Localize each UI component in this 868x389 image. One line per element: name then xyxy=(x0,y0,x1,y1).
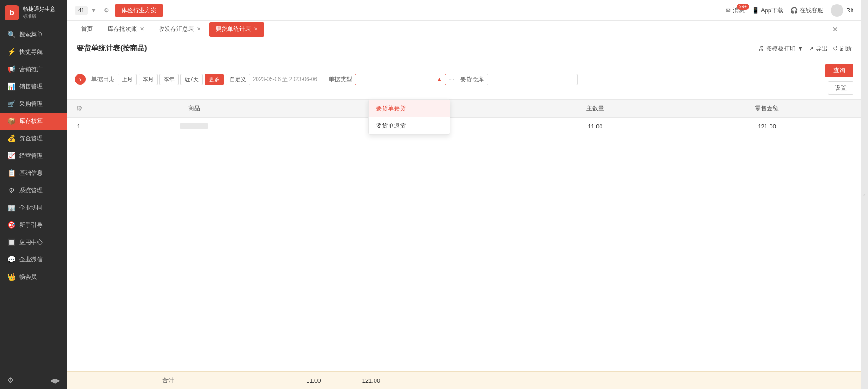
sidebar-item-finance[interactable]: 💰 资金管理 xyxy=(0,130,67,147)
tab-receive-summary-label: 收发存汇总表 xyxy=(159,25,194,33)
main-area: 41 ▼ ⚙ 体验行业方案 ✉ 消息 99+ 📱 App下载 🎧 在线客服 Ri… xyxy=(67,0,861,389)
sidebar-item-guide[interactable]: 🎯 新手引导 xyxy=(0,216,67,234)
date-label: 单据日期 xyxy=(91,75,115,83)
system-icon: ⚙ xyxy=(7,186,15,194)
app-logo: b 畅捷通好生意 标准版 xyxy=(0,0,67,26)
industry-btn[interactable]: 体验行业方案 xyxy=(115,4,163,17)
tab-home[interactable]: 首页 xyxy=(75,22,99,37)
warehouse-filter-group: 要货仓库 xyxy=(460,74,820,85)
chevron-up-icon: ▲ xyxy=(437,76,442,82)
expand-tabs-btn[interactable]: ✕ xyxy=(830,23,840,36)
filter-bar: › 单据日期 上月 本月 本年 近7天 更多 自定义 2023-05-06 至 … xyxy=(67,59,861,100)
fullscreen-btn[interactable]: ⛶ xyxy=(842,24,853,36)
sidebar-bottom: ⚙ ◀▶ xyxy=(0,371,67,389)
close-icon[interactable]: ✕ xyxy=(197,26,201,32)
sidebar-item-wechat[interactable]: 💬 企业微信 xyxy=(0,251,67,268)
logo-icon: b xyxy=(5,5,19,20)
more-options-btn[interactable]: ··· xyxy=(449,75,455,83)
sidebar-item-search[interactable]: 🔍 搜索菜单 xyxy=(0,26,67,43)
column-settings-icon[interactable]: ⚙ xyxy=(76,104,82,112)
app-center-icon: 🔲 xyxy=(7,238,15,246)
top-header: 41 ▼ ⚙ 体验行业方案 ✉ 消息 99+ 📱 App下载 🎧 在线客服 Ri… xyxy=(67,0,861,21)
tab-order-stats[interactable]: 要货单统计表 ✕ xyxy=(209,22,264,37)
last-month-btn[interactable]: 上月 xyxy=(118,74,137,85)
sidebar-item-sales[interactable]: 📊 销售管理 xyxy=(0,78,67,95)
sidebar-item-quick-nav[interactable]: ⚡ 快捷导航 xyxy=(0,43,67,61)
close-icon[interactable]: ✕ xyxy=(140,26,144,32)
type-label: 单据类型 xyxy=(329,75,352,83)
sidebar-item-enterprise[interactable]: 🏢 企业协同 xyxy=(0,199,67,216)
right-scroll-arrow[interactable]: › xyxy=(861,0,868,389)
user-info[interactable]: Rit xyxy=(831,4,853,17)
this-year-btn[interactable]: 本年 xyxy=(159,74,179,85)
flash-icon: ⚡ xyxy=(7,48,15,56)
sidebar-item-label: 销售管理 xyxy=(19,82,43,91)
row-index: 1 xyxy=(67,118,90,135)
warehouse-input[interactable] xyxy=(487,74,578,85)
this-month-btn[interactable]: 本月 xyxy=(139,74,158,85)
message-badge[interactable]: ✉ 消息 99+ xyxy=(726,6,745,15)
filter-actions: 查询 设置 xyxy=(825,64,853,95)
settings-icon[interactable]: ⚙ xyxy=(7,376,14,384)
sidebar-item-system[interactable]: ⚙ 系统管理 xyxy=(0,182,67,199)
col-amount: 零售金额 xyxy=(673,100,861,118)
header-num-badge: 41 xyxy=(75,6,88,15)
filter-toggle-btn[interactable]: › xyxy=(75,74,86,85)
table-row: 1 块 11.00 121.00 xyxy=(67,118,861,135)
sidebar-item-marketing[interactable]: 📢 营销推广 xyxy=(0,61,67,78)
tab-inventory-batch-label: 库存批次账 xyxy=(108,25,137,33)
last-7-days-btn[interactable]: 近7天 xyxy=(180,74,203,85)
page-header: 要货单统计表(按商品) 🖨 按模板打印 ▼ ↗ 导出 ↺ 刷新 xyxy=(67,38,861,59)
sidebar-item-operations[interactable]: 📈 经营管理 xyxy=(0,147,67,164)
print-btn[interactable]: 🖨 按模板打印 ▼ xyxy=(758,45,803,53)
col-product: 商品 xyxy=(90,100,298,118)
basic-icon: 📋 xyxy=(7,169,15,177)
avatar xyxy=(831,4,843,17)
wechat-icon: 💬 xyxy=(7,256,15,264)
guide-icon: 🎯 xyxy=(7,221,15,229)
dropdown-item-purchase-return[interactable]: 要货单退货 xyxy=(369,117,450,134)
sidebar-item-label: 企业微信 xyxy=(19,256,43,264)
footer-label: 合计 xyxy=(162,376,174,384)
online-service-label: 在线客服 xyxy=(800,6,823,15)
finance-icon: 💰 xyxy=(7,134,15,143)
sidebar: b 畅捷通好生意 标准版 🔍 搜索菜单 ⚡ 快捷导航 📢 营销推广 📊 销售管理… xyxy=(0,0,67,389)
refresh-btn[interactable]: ↺ 刷新 xyxy=(833,45,852,53)
row-product xyxy=(90,118,298,135)
sidebar-item-label: 资金管理 xyxy=(19,134,43,143)
sidebar-item-label: 库存核算 xyxy=(19,117,43,125)
app-download-link[interactable]: 📱 App下载 xyxy=(752,6,783,15)
dropdown-item-purchase-order[interactable]: 要货单要货 xyxy=(369,100,450,117)
sidebar-item-member[interactable]: 👑 畅会员 xyxy=(0,268,67,286)
sidebar-item-basic[interactable]: 📋 基础信息 xyxy=(0,164,67,182)
date-range: 2023-05-06 至 2023-06-06 xyxy=(253,76,317,83)
settings-btn[interactable]: 设置 xyxy=(828,81,853,95)
export-btn[interactable]: ↗ 导出 xyxy=(809,45,827,53)
search-icon: 🔍 xyxy=(7,31,15,39)
print-dropdown-icon: ▼ xyxy=(797,45,803,52)
more-btn[interactable]: 更多 xyxy=(205,74,224,85)
close-icon[interactable]: ✕ xyxy=(254,26,258,32)
header-search: 41 ▼ xyxy=(75,6,97,15)
type-dropdown: 要货单要货 要货单退货 xyxy=(368,99,450,135)
sidebar-item-label: 畅会员 xyxy=(19,273,37,281)
refresh-icon: ↺ xyxy=(833,45,838,52)
app-download-label: App下载 xyxy=(761,6,783,15)
tab-order-stats-label: 要货单统计表 xyxy=(216,25,251,33)
page-header-actions: 🖨 按模板打印 ▼ ↗ 导出 ↺ 刷新 xyxy=(758,45,852,53)
online-service-link[interactable]: 🎧 在线客服 xyxy=(791,6,823,15)
sidebar-item-app-center[interactable]: 🔲 应用中心 xyxy=(0,234,67,251)
sidebar-menu: 🔍 搜索菜单 ⚡ 快捷导航 📢 营销推广 📊 销售管理 🛒 采购管理 📦 库存核… xyxy=(0,26,67,371)
sidebar-item-purchase[interactable]: 🛒 采购管理 xyxy=(0,95,67,113)
app-version: 标准版 xyxy=(23,13,56,20)
sidebar-item-inventory[interactable]: 📦 库存核算 xyxy=(0,113,67,130)
query-btn[interactable]: 查询 xyxy=(825,64,853,77)
tab-receive-summary[interactable]: 收发存汇总表 ✕ xyxy=(152,22,207,37)
sidebar-item-label: 企业协同 xyxy=(19,204,43,212)
gear-icon[interactable]: ⚙ xyxy=(104,7,109,14)
custom-btn[interactable]: 自定义 xyxy=(226,74,250,85)
collapse-button[interactable]: ◀▶ xyxy=(50,377,60,384)
dropdown-arrow-icon[interactable]: ▼ xyxy=(91,7,97,14)
type-select[interactable]: ▲ xyxy=(355,74,446,85)
tab-inventory-batch[interactable]: 库存批次账 ✕ xyxy=(101,22,150,37)
